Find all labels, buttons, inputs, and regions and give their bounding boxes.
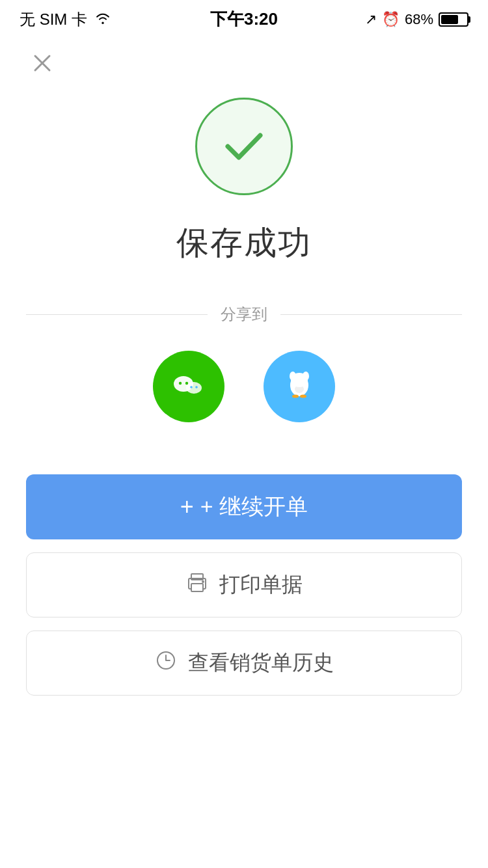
status-time: 下午3:20 [210, 8, 278, 31]
continue-plus-icon: + [180, 493, 194, 521]
svg-point-19 [291, 373, 308, 387]
svg-point-16 [300, 395, 306, 398]
success-icon-circle [195, 98, 293, 195]
svg-point-5 [185, 382, 188, 385]
qq-icon [278, 366, 320, 407]
history-button[interactable]: 查看销货单历史 [26, 631, 462, 696]
battery-icon [439, 12, 468, 27]
success-title: 保存成功 [176, 221, 312, 265]
svg-point-6 [190, 386, 193, 388]
svg-point-4 [179, 382, 182, 385]
share-label: 分享到 [221, 304, 267, 325]
divider-line-right [280, 314, 462, 315]
continue-button[interactable]: + + 继续开单 [26, 474, 462, 539]
status-right: ↗ ⏰ 68% [365, 11, 468, 28]
history-icon [154, 649, 178, 677]
wechat-share-button[interactable] [153, 351, 224, 422]
action-buttons: + + 继续开单 打印单据 查看销货单历 [26, 474, 462, 696]
main-content: 保存成功 分享到 [0, 39, 488, 696]
divider-line-left [26, 314, 208, 315]
location-icon: ↗ [365, 11, 377, 28]
svg-point-15 [292, 395, 299, 398]
svg-point-23 [202, 580, 204, 583]
qq-share-button[interactable] [264, 351, 335, 422]
svg-point-3 [186, 382, 202, 394]
print-button[interactable]: 打印单据 [26, 552, 462, 617]
print-icon [185, 571, 209, 599]
carrier-text: 无 SIM 卡 [20, 9, 87, 30]
continue-label: + 继续开单 [200, 492, 308, 522]
close-button[interactable] [26, 47, 59, 79]
battery-percent: 68% [405, 11, 433, 28]
wifi-icon [94, 10, 112, 29]
status-bar: 无 SIM 卡 下午3:20 ↗ ⏰ 68% [0, 0, 488, 39]
checkmark-icon [218, 120, 270, 172]
svg-point-7 [195, 386, 198, 388]
share-icons [153, 351, 335, 422]
alarm-icon: ⏰ [382, 11, 400, 28]
status-left: 无 SIM 卡 [20, 9, 112, 30]
share-divider: 分享到 [26, 304, 462, 325]
wechat-icon [168, 366, 210, 407]
print-label: 打印单据 [219, 571, 303, 599]
svg-rect-21 [191, 584, 203, 591]
history-label: 查看销货单历史 [188, 649, 334, 677]
